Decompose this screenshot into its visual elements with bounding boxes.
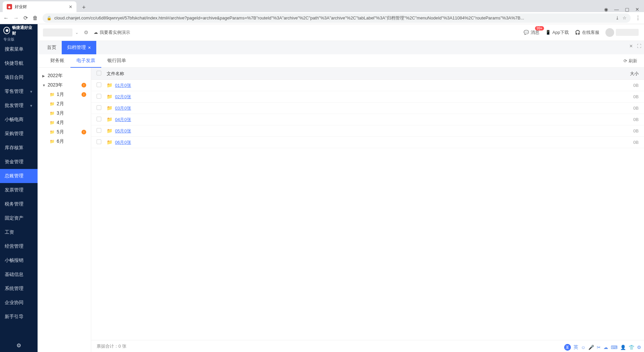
content-tab[interactable]: 电子发票 — [70, 54, 101, 68]
account-icon[interactable]: ◉ — [604, 7, 608, 12]
tree-month[interactable]: 📁2月 — [38, 99, 91, 109]
row-checkbox[interactable] — [97, 139, 101, 144]
ime-settings-icon[interactable]: ⚙ — [637, 345, 641, 350]
close-tab-icon[interactable]: ✕ — [88, 46, 91, 50]
sidebar-item[interactable]: 小畅电商 — [0, 113, 38, 127]
tree-month-label: 1月 — [57, 92, 64, 98]
forward-button[interactable]: → — [13, 15, 19, 21]
sidebar-item-label: 项目合同 — [5, 74, 23, 80]
folder-icon: 📁 — [107, 82, 112, 88]
file-size: 0B — [612, 117, 639, 122]
window-controls: ◉ — ▢ ✕ — [604, 7, 644, 12]
sidebar: 畅捷通好业财 专业版 搜索菜单快捷导航项目合同零售管理▼批发管理▼小畅电商采购管… — [0, 24, 38, 352]
sidebar-item[interactable]: 小畅报销 — [0, 253, 38, 268]
content-tabs: 财务账电子发票银行回单 ⟳ 刷新 — [38, 54, 644, 68]
refresh-label: 刷新 — [629, 58, 637, 64]
file-link[interactable]: 03月0张 — [115, 106, 131, 111]
menu-icon[interactable]: ⋮ — [635, 15, 641, 21]
page-tab-label: 首页 — [47, 45, 56, 51]
tree-year[interactable]: ▶2022年 — [38, 71, 91, 80]
file-link[interactable]: 04月0张 — [115, 117, 131, 122]
url-text: cloud.chanjet.com/cc/u6d89qwnryel/57bfsk… — [54, 15, 613, 21]
sidebar-item[interactable]: 批发管理▼ — [0, 99, 38, 113]
back-button[interactable]: ← — [3, 15, 9, 21]
row-checkbox[interactable] — [97, 82, 101, 87]
ime-cloud-icon[interactable]: ☁ — [603, 345, 608, 350]
sidebar-item[interactable]: 固定资产 — [0, 211, 38, 225]
ime-voice-icon[interactable]: 🎤 — [588, 345, 594, 350]
tree-year[interactable]: ▼2023年! — [38, 80, 91, 90]
table-row: 📁02月0张 0B — [91, 91, 644, 103]
refresh-button[interactable]: ⟳ 刷新 — [624, 58, 637, 64]
browser-tab[interactable]: ◆ 好业财 ✕ — [3, 1, 76, 12]
user-name-placeholder — [616, 29, 639, 36]
file-link[interactable]: 05月0张 — [115, 128, 131, 133]
page-tab[interactable]: 归档管理✕ — [62, 41, 96, 54]
file-link[interactable]: 01月0张 — [115, 83, 131, 88]
sidebar-item[interactable]: 搜索菜单 — [0, 42, 38, 56]
ime-person-icon[interactable]: 👤 — [620, 345, 626, 350]
sidebar-item[interactable]: 零售管理▼ — [0, 84, 38, 99]
page-tab[interactable]: 首页 — [42, 41, 62, 54]
row-checkbox[interactable] — [97, 94, 101, 99]
support-link[interactable]: 🎧 在线客服 — [575, 30, 599, 36]
sidebar-item[interactable]: 快捷导航 — [0, 56, 38, 70]
select-all-checkbox[interactable] — [97, 71, 101, 75]
sidebar-item[interactable]: 税务管理 — [0, 197, 38, 211]
maximize-button[interactable]: ▢ — [625, 7, 629, 12]
close-tab-icon[interactable]: ✕ — [69, 4, 72, 9]
ime-lang[interactable]: 英 — [574, 344, 578, 350]
sidebar-item[interactable]: 基础信息 — [0, 268, 38, 282]
sidebar-item[interactable]: 采购管理 — [0, 127, 38, 141]
folder-icon: 📁 — [50, 120, 55, 125]
sidebar-item[interactable]: 库存核算 — [0, 141, 38, 155]
sidebar-item[interactable]: 总账管理 — [0, 169, 38, 183]
ime-emoji-icon[interactable]: ☺ — [581, 345, 586, 350]
sidebar-item[interactable]: 新手引导 — [0, 310, 38, 324]
sidebar-item[interactable]: 项目合同 — [0, 70, 38, 84]
gear-icon[interactable]: ⚙ — [84, 30, 88, 36]
row-checkbox[interactable] — [97, 117, 101, 121]
tree-month[interactable]: 📁3月 — [38, 109, 91, 118]
tree-month[interactable]: 📁4月 — [38, 118, 91, 127]
cloud-icon: ☁ — [94, 30, 98, 35]
ime-scissors-icon[interactable]: ✂ — [597, 345, 601, 350]
bookmark-icon[interactable]: ☆ — [623, 15, 627, 20]
tree-month[interactable]: 📁1月! — [38, 90, 91, 99]
close-all-tabs-icon[interactable]: ✕ — [629, 44, 633, 49]
tree-month[interactable]: 📁6月 — [38, 137, 91, 146]
ime-shirt-icon[interactable]: 👕 — [629, 345, 634, 350]
file-link[interactable]: 02月0张 — [115, 94, 131, 99]
chevron-down-icon: ▼ — [42, 83, 46, 87]
sidebar-item[interactable]: 经营管理 — [0, 239, 38, 253]
org-selector[interactable]: ⌄ — [43, 28, 78, 37]
sidebar-item[interactable]: 系统管理 — [0, 282, 38, 296]
demo-link[interactable]: ☁ 我要看实例演示 — [94, 30, 130, 36]
file-size: 0B — [612, 128, 639, 133]
sidebar-item[interactable]: 资金管理 — [0, 155, 38, 169]
messages-link[interactable]: 💬 消息 99+ — [524, 30, 539, 36]
address-bar[interactable]: 🔒 cloud.chanjet.com/cc/u6d89qwnryel/57bf… — [43, 13, 631, 23]
sidebar-item[interactable]: 工资 — [0, 225, 38, 239]
user-menu[interactable] — [605, 28, 639, 37]
row-checkbox[interactable] — [97, 128, 101, 133]
minimize-button[interactable]: — — [614, 7, 619, 12]
content-tab[interactable]: 财务账 — [44, 54, 70, 68]
delete-icon[interactable]: 🗑 — [33, 15, 38, 21]
file-size: 0B — [612, 94, 639, 99]
sidebar-item[interactable]: 发票管理 — [0, 183, 38, 197]
file-link[interactable]: 06月0张 — [115, 140, 131, 145]
settings-icon[interactable]: ⚙ — [0, 339, 38, 352]
fullscreen-icon[interactable]: ⛶ — [637, 44, 641, 49]
ime-logo[interactable]: 王 — [564, 344, 571, 351]
content-tab[interactable]: 银行回单 — [101, 54, 132, 68]
reload-button[interactable]: ⟳ — [23, 15, 28, 21]
tree-month[interactable]: 📁5月! — [38, 127, 91, 137]
close-window-button[interactable]: ✕ — [635, 7, 639, 12]
app-download-link[interactable]: 📱 App下载 — [545, 30, 569, 36]
row-checkbox[interactable] — [97, 105, 101, 110]
ime-keyboard-icon[interactable]: ⌨ — [611, 345, 618, 350]
new-tab-button[interactable]: + — [79, 3, 89, 12]
sidebar-item[interactable]: 企业协同 — [0, 296, 38, 310]
install-icon[interactable]: ⤓ — [615, 15, 619, 20]
